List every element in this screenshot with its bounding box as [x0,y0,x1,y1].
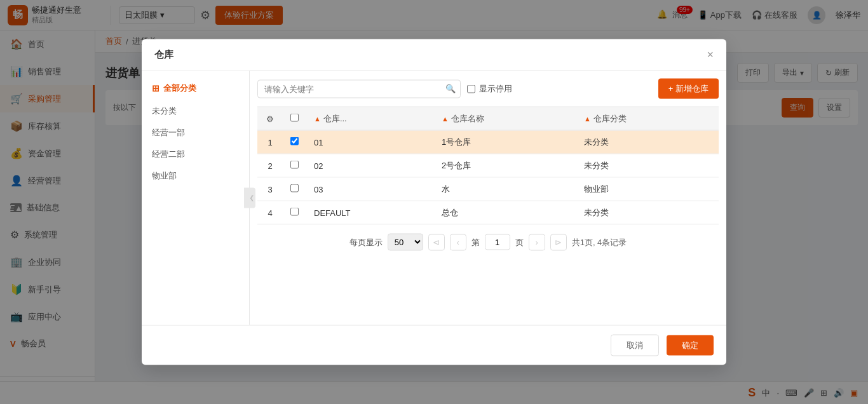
row-checkbox-cell [283,177,306,201]
search-wrap: 🔍 [257,79,461,98]
table-settings-icon[interactable]: ⚙ [266,114,274,123]
row-name: 总仓 [434,201,576,224]
row-checkbox-cell [283,201,306,224]
search-icon[interactable]: 🔍 [445,84,456,93]
th-code: ▲ 仓库... [306,107,434,130]
table-row[interactable]: 1 01 1号仓库 未分类 [257,130,719,154]
show-disabled-label: 显示停用 [479,83,512,95]
category-panel: ⊞ 全部分类 未分类 经营一部 经营二部 物业部 《 [142,71,250,325]
row-code: DEFAULT [306,201,434,224]
confirm-button[interactable]: 确定 [667,335,714,356]
page-number-input[interactable] [485,234,510,250]
row-index: 1 [257,130,283,154]
add-warehouse-button[interactable]: + 新增仓库 [658,79,719,99]
table-row[interactable]: 2 02 2号仓库 未分类 [257,154,719,177]
page-label: 第 [471,236,480,248]
grid-icon: ⊞ [152,83,159,93]
table-toolbar: 🔍 显示停用 + 新增仓库 [257,79,719,99]
row-checkbox[interactable] [290,161,299,169]
row-category: 未分类 [576,130,719,154]
pagination: 每页显示 50 20 100 ⊲ ‹ 第 页 › ⊳ 共1页, 4条记录 [257,225,719,255]
page-total: 共1页, 4条记录 [572,236,627,248]
page-unit: 页 [515,236,524,248]
next-page-button[interactable]: › [529,234,545,250]
row-name: 2号仓库 [434,154,576,177]
row-name: 水 [434,177,576,201]
category-all[interactable]: ⊞ 全部分类 [142,79,249,100]
row-checkbox[interactable] [290,137,299,145]
modal-close-button[interactable]: × [707,48,714,62]
row-index: 2 [257,154,283,177]
row-category: 未分类 [576,154,719,177]
last-page-button[interactable]: ⊳ [550,234,567,250]
row-checkbox-cell [283,154,306,177]
row-name: 1号仓库 [434,130,576,154]
table-row[interactable]: 4 DEFAULT 总仓 未分类 [257,201,719,224]
warehouse-modal: 仓库 × ⊞ 全部分类 未分类 经营一部 经营二部 物业部 《 🔍 [142,39,726,365]
modal-header: 仓库 × [142,39,726,71]
row-code: 03 [306,177,434,201]
th-checkbox [283,107,306,130]
search-input[interactable] [257,79,461,98]
th-settings: ⚙ [257,107,283,130]
category-item-dept1[interactable]: 经营一部 [142,122,249,144]
row-code: 01 [306,130,434,154]
collapse-panel-button[interactable]: 《 [244,188,255,208]
select-all-checkbox[interactable] [290,114,299,122]
row-code: 02 [306,154,434,177]
warehouse-table: ⚙ ▲ 仓库... ▲ [257,107,719,225]
category-item-property[interactable]: 物业部 [142,165,249,187]
table-panel: 🔍 显示停用 + 新增仓库 ⚙ [250,71,726,325]
row-checkbox-cell [283,130,306,154]
row-index: 3 [257,177,283,201]
cancel-button[interactable]: 取消 [611,335,659,356]
row-category: 物业部 [576,177,719,201]
per-page-select[interactable]: 50 20 100 [388,234,423,251]
row-checkbox[interactable] [290,208,299,216]
sort-icon: ▲ [314,115,321,123]
prev-page-button[interactable]: ‹ [450,234,466,250]
modal-footer: 取消 确定 [142,325,726,365]
table-row[interactable]: 3 03 水 物业部 [257,177,719,201]
th-name: ▲ 仓库名称 [434,107,576,130]
category-item-unclassified[interactable]: 未分类 [142,100,249,122]
modal-title: 仓库 [154,49,173,61]
row-index: 4 [257,201,283,224]
row-checkbox[interactable] [290,184,299,192]
show-disabled-wrap: 显示停用 [467,83,512,95]
sort-name-icon: ▲ [442,115,449,123]
per-page-label: 每页显示 [349,236,383,248]
sort-cat-icon: ▲ [584,115,591,123]
th-category: ▲ 仓库分类 [576,107,719,130]
category-item-dept2[interactable]: 经营二部 [142,144,249,165]
show-disabled-checkbox[interactable] [467,84,475,93]
first-page-button[interactable]: ⊲ [428,234,445,250]
row-category: 未分类 [576,201,719,224]
modal-body: ⊞ 全部分类 未分类 经营一部 经营二部 物业部 《 🔍 显示停用 + 新增仓库 [142,71,726,325]
